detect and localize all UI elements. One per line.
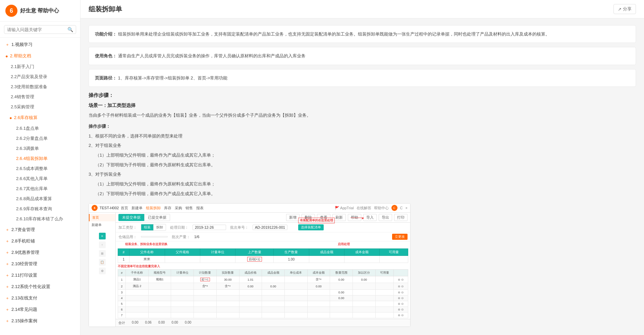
sidebar-item-coupon[interactable]: ＋ 2.9优惠券管理	[0, 247, 80, 258]
minus-icon: ●	[5, 54, 8, 59]
mock-store-input[interactable]	[141, 236, 168, 237]
mock-left-tab-home[interactable]: 首页	[89, 214, 115, 221]
mock-bill-value[interactable]: AD-20191226-001	[253, 225, 287, 230]
mock-lower-th-prod-amt: 成品金额	[262, 270, 285, 276]
ops-title: 操作步骤：	[89, 92, 636, 99]
mock-annotation-switch: 组装业务、拆卸业务在这里切换	[125, 242, 167, 246]
mock-nav-report[interactable]: 报表	[196, 206, 204, 211]
mock-nav-stock[interactable]: 库存	[164, 206, 171, 211]
sidebar-item-assemble[interactable]: 2.6.4组装拆卸单	[0, 154, 80, 164]
sidebar-item-otherinstock[interactable]: 2.6.6其他入库单	[0, 174, 80, 184]
step3: 3、对于拆装业务	[89, 170, 636, 179]
sidebar-item-otheroutstock[interactable]: 2.6.7其他出库单	[0, 184, 80, 194]
mock-date-label: 处理日期：	[170, 225, 189, 230]
sidebar-item-stockcheck[interactable]: 2.6.9库存账本查询	[0, 204, 80, 214]
logo-icon: 6	[5, 5, 17, 17]
mock-btn-export[interactable]: 导出	[379, 214, 392, 221]
sidebar-item-stockerror[interactable]: 2.6.10库存账本错了么办	[0, 214, 80, 224]
mock-icon-4[interactable]: 📋	[99, 259, 106, 266]
mock-avatar: C	[391, 205, 397, 211]
mock-lower-th-qty-range: 数量范围	[330, 270, 353, 276]
mock-upper-th-no: #	[118, 249, 129, 256]
sidebar-item-costadj[interactable]: 2.6.5成本调整单	[0, 164, 80, 174]
mock-lower-th-unit-cost: 单位成本	[284, 270, 307, 276]
sidebar-item-adjust[interactable]: 2.6.3调拨单	[0, 144, 80, 154]
sidebar-item-splitstock[interactable]: 2.6.2分量盘点单	[0, 133, 80, 144]
mock-type-assemble[interactable]: 组装	[141, 224, 153, 230]
mock-annotation-enable: 启用处理	[338, 242, 350, 246]
sidebar-item-newuser[interactable]: 2.1新手入门	[0, 62, 80, 72]
mock-nav-sales[interactable]: 销售	[185, 206, 193, 211]
mock-nav-purchase[interactable]: 采购	[175, 206, 182, 211]
sidebar-item-print[interactable]: ＋ 2.11打印设置	[0, 270, 80, 281]
search-input[interactable]	[7, 27, 67, 32]
mock-confirm-btn[interactable]: 立更改	[392, 234, 408, 240]
plus-icon5: ＋	[5, 261, 9, 267]
sidebar-item-faq[interactable]: ＋ 2.14常见问题	[0, 304, 80, 315]
plus-icon7: ＋	[5, 284, 9, 290]
mock-upper-table-area: # 父件名称 父件规格 计量单位 上产数量 生产数量 成品金额 成本金额 可用量	[116, 248, 410, 264]
mock-nav-new[interactable]: 新建单	[131, 206, 143, 211]
mock-type-switch[interactable]: 组装 拆卸	[141, 224, 166, 231]
mock-btn-import[interactable]: 导入	[363, 214, 377, 221]
share-button[interactable]: ↗ 分享	[613, 4, 636, 14]
mock-btn-new[interactable]: 新增	[286, 214, 300, 221]
mock-date-value[interactable]: 2019-12-26	[193, 225, 226, 230]
mock-lower-row-5: 5 ⊕ ⊖	[118, 301, 408, 307]
mock-online-help: 在线解答	[357, 206, 371, 211]
mock-segment-tabs: 未提交单据 已提交单据	[118, 214, 170, 221]
sidebar-item-stocktake[interactable]: 2.6.1盘点单	[0, 123, 80, 133]
sidebar-item-video-label: 1.视频学习	[11, 42, 33, 48]
sidebar-item-finance[interactable]: ＋ 2.7资金管理	[0, 224, 80, 235]
mock-lower-row-6: 6 ⊕ ⊖	[118, 307, 408, 313]
mock-nav-assemble[interactable]: 组装拆卸	[146, 206, 161, 211]
mock-bill-label: 批次单号：	[230, 225, 249, 230]
sidebar-item-data[interactable]: 2.3使用前数据准备	[0, 82, 80, 92]
mock-form-row2: 仓储品用： 批次产量： 1/6 立更改	[116, 232, 410, 241]
sidebar-item-print-label: 2.11打印设置	[11, 272, 37, 278]
steps-subtitle: 操作步骤：	[89, 122, 636, 131]
mock-icon-5[interactable]: ⚙	[99, 268, 106, 274]
feature-intro-text: 组装拆卸单用来处理企业组装或拆卸等加工业务，支持有固定装配清单的产品加工业务，也…	[118, 32, 550, 37]
mock-help-center: 帮助中心	[374, 206, 389, 211]
search-box[interactable]: 🔍	[4, 25, 76, 34]
mock-select-bom-btn[interactable]: 选择装配清单	[298, 224, 324, 230]
sidebar-item-video[interactable]: ＋ 1.视频学习	[0, 39, 80, 50]
mock-nav-home[interactable]: 首页	[121, 206, 128, 211]
mock-footer-total4: 0.00	[171, 321, 178, 325]
sidebar-item-ops[interactable]: ＋ 2.10经营管理	[0, 258, 80, 270]
mock-close-icon[interactable]: ×	[406, 206, 408, 210]
sidebar-item-onlinepay[interactable]: ＋ 2.13在线支付	[0, 292, 80, 304]
sidebar-item-onlinepay-label: 2.13在线支付	[11, 295, 37, 301]
sidebar-item-install[interactable]: 2.2产品安装及登录	[0, 72, 80, 82]
mock-type-disassemble[interactable]: 拆卸	[153, 224, 166, 230]
mock-upper-table: # 父件名称 父件规格 计量单位 上产数量 生产数量 成品金额 成本金额 可用量	[118, 248, 408, 263]
mock-btn-print[interactable]: 打印	[394, 214, 408, 221]
mock-left-tab-new[interactable]: 新建单	[89, 221, 115, 229]
sidebar-item-costrecalc[interactable]: 2.6.8商品成本重算	[0, 194, 80, 204]
mock-upper-th-avail: 可用量	[380, 249, 408, 256]
mock-titlebar-right: 🚩 AppTrial 在线解答 帮助中心 C C ×	[335, 205, 408, 211]
screenshot-mockup: 6 TEST-H002 首页 新建单 组装拆卸 库存 采购 销售 报表	[89, 203, 411, 327]
mock-icon-1[interactable]: ≡	[99, 233, 106, 239]
mock-type-label: 加工类型：	[118, 225, 137, 230]
search-icon: 🔍	[67, 27, 73, 32]
sidebar-item-sysconfig[interactable]: ＋ 2.12系统个性化设置	[0, 281, 80, 292]
mock-icon-2[interactable]: ↑	[99, 241, 106, 248]
logo-text: 好生意 帮助中心	[20, 7, 59, 14]
mock-footer-total2: 0.06	[145, 321, 151, 325]
mock-seg-tab-submitted[interactable]: 已提交单据	[144, 214, 170, 221]
mock-icon-3[interactable]: ⊞	[99, 250, 106, 257]
mock-annotation-enable-label: 启用处理	[338, 242, 350, 246]
sidebar-item-purchase[interactable]: 2.5采购管理	[0, 102, 80, 112]
sidebar-item-mobile[interactable]: ＋ 2.8手机旺铺	[0, 235, 80, 247]
mock-annotation-notice: 有装配清单的在这里处理	[298, 218, 335, 223]
mock-seg-tab-pending[interactable]: 未提交单据	[118, 214, 144, 221]
role-block: 使用角色： 通常由生产人员或库管人员完成拆装业务的操作，库管人员确认原材料的出库…	[89, 47, 636, 65]
mock-side-icons: ≡ ↑ ⊞ 📋 ⚙	[89, 231, 115, 276]
sidebar-item-inventory[interactable]: ● 2.6库存核算	[0, 112, 80, 123]
sidebar-item-cases[interactable]: ＋ 2.15操作案例	[0, 315, 80, 327]
mock-titlebar-left: 6 TEST-H002 首页 新建单 组装拆卸 库存 采购 销售 报表	[92, 205, 204, 211]
sidebar-item-docs[interactable]: ● 2.帮助文档	[0, 50, 80, 62]
sidebar-item-sales[interactable]: 2.4销售管理	[0, 92, 80, 102]
